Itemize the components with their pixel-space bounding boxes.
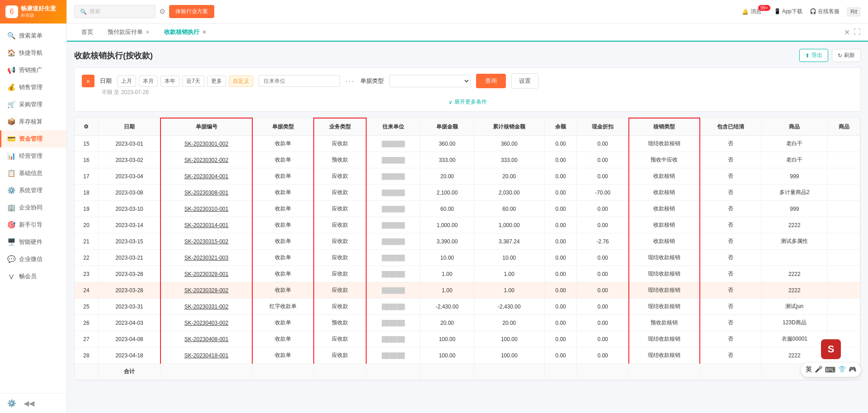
docno-cell[interactable]: SK-20230321-003 — [160, 250, 252, 266]
table-cell: 2222 — [761, 266, 828, 282]
refresh-button[interactable]: ↻ 刷新 — [832, 49, 861, 62]
table-cell: ██████ — [366, 331, 420, 347]
docno-cell[interactable]: SK-20230310-001 — [160, 201, 252, 217]
more-date-btn[interactable]: 更多 — [207, 76, 226, 87]
table-cell: 现结收款核销 — [629, 250, 700, 266]
game-icon[interactable]: 🎮 — [849, 366, 856, 374]
docno-cell[interactable]: SK-20230408-001 — [160, 331, 252, 347]
table-cell: 2,100.00 — [420, 185, 474, 201]
sidebar-item-sales[interactable]: 💰 销售管理 — [0, 79, 66, 96]
sidebar-item-quicknav[interactable]: 🏠 快捷导航 — [0, 44, 66, 62]
tab-close-prepay[interactable]: ✕ — [146, 29, 150, 35]
keyboard-icon[interactable]: ⌨ — [825, 366, 835, 374]
table-cell — [828, 217, 860, 233]
th-settings[interactable]: ⚙ — [75, 118, 98, 136]
tab-close-receipt[interactable]: ✕ — [202, 29, 206, 35]
table-cell: ██████ — [366, 152, 420, 168]
table-cell: 应收款 — [314, 185, 366, 201]
sidebar-item-search[interactable]: 🔍 搜索菜单 — [0, 27, 66, 44]
tab-receipt[interactable]: 收款核销执行 ✕ — [157, 24, 213, 42]
docno-cell[interactable]: SK-20230403-002 — [160, 315, 252, 331]
notification-button[interactable]: 🔔 消息 99+ — [742, 8, 767, 15]
table-cell: 2023-04-08 — [98, 331, 160, 347]
sidebar-item-purchase[interactable]: 🛒 采购管理 — [0, 96, 66, 113]
sidebar-item-system[interactable]: ⚙️ 系统管理 — [0, 182, 66, 199]
shirt-icon[interactable]: 👕 — [838, 366, 846, 374]
docno-cell[interactable]: SK-20230328-002 — [160, 282, 252, 299]
table-total-row: 合计 — [75, 364, 860, 380]
docno-cell[interactable]: SK-20230315-002 — [160, 233, 252, 250]
online-support-link[interactable]: 🎧 在线客服 — [810, 8, 840, 15]
mic-icon[interactable]: 🎤 — [815, 366, 822, 374]
sales-icon: 💰 — [7, 83, 15, 91]
page-actions: ⬆ 导出 ↻ 刷新 — [799, 49, 861, 62]
this-month-btn[interactable]: 本月 — [139, 76, 158, 87]
filter-toggle-button[interactable]: » — [82, 75, 94, 87]
sidebar-item-guide[interactable]: 🎯 新手引导 — [0, 216, 66, 233]
docno-cell[interactable]: SK-20230331-002 — [160, 299, 252, 315]
tab-home[interactable]: 首页 — [74, 24, 100, 42]
table-cell: ██████ — [366, 299, 420, 315]
sidebar-item-wechat[interactable]: 💬 企业微信 — [0, 251, 66, 268]
docno-cell[interactable]: SK-20230301-002 — [160, 136, 252, 152]
sidebar-item-basic[interactable]: 📋 基础信息 — [0, 165, 66, 182]
table-row: 222023-03-21SK-20230321-003收款单应收款██████1… — [75, 250, 860, 266]
table-cell — [828, 282, 860, 299]
this-year-btn[interactable]: 本年 — [160, 76, 179, 87]
sidebar-item-member[interactable]: V 畅会员 — [0, 268, 66, 285]
floating-toolbar: S 英 🎤 ⌨ 👕 🎮 — [801, 339, 861, 377]
table-cell: 应收款 — [314, 136, 366, 152]
industry-solution-button[interactable]: 体验行业方案 — [169, 5, 214, 18]
sidebar-item-marketing[interactable]: 📢 营销推广 — [0, 62, 66, 79]
query-button[interactable]: 查询 — [476, 74, 506, 88]
tab-expand-icon[interactable]: ⛶ — [854, 28, 861, 37]
sidebar-item-finance[interactable]: 💳 资金管理 — [0, 130, 66, 147]
gear-icon[interactable]: ⚙ — [159, 7, 165, 16]
total-cell: 合计 — [98, 364, 160, 380]
guide-icon: 🎯 — [7, 221, 15, 229]
table-cell: -2.76 — [577, 233, 629, 250]
table-cell: 0.00 — [577, 250, 629, 266]
toolbar-icons: 英 🎤 ⌨ 👕 🎮 — [801, 363, 861, 377]
last-month-btn[interactable]: 上月 — [117, 76, 136, 87]
custom-date-btn[interactable]: 自定义 — [229, 76, 253, 87]
sidebar-item-enterprise[interactable]: 🏢 企业协同 — [0, 199, 66, 216]
table-cell: 100.00 — [420, 347, 474, 364]
settings-bottom-icon[interactable]: ⚙️ — [7, 399, 16, 408]
table-cell: 22 — [75, 250, 98, 266]
table-cell: 预收款 — [314, 315, 366, 331]
user-avatar[interactable]: Rit — [847, 7, 861, 17]
table-cell: 333.00 — [474, 152, 544, 168]
tab-prepay[interactable]: 预付款应付单 ✕ — [100, 24, 157, 42]
docno-cell[interactable]: SK-20230302-002 — [160, 152, 252, 168]
tab-close-all-icon[interactable]: ✕ — [844, 28, 850, 37]
docno-cell[interactable]: SK-20230308-001 — [160, 185, 252, 201]
app-download-link[interactable]: 📱 App下载 — [774, 8, 802, 15]
table-cell: 应收款 — [314, 217, 366, 233]
expand-more-button[interactable]: ∨ 展开更多条件 — [82, 96, 853, 106]
sidebar-item-operation[interactable]: 📊 经营管理 — [0, 147, 66, 165]
collapse-icon[interactable]: ◀◀ — [24, 399, 34, 408]
filter-bar: » 日期 上月 本月 本年 近7天 更多 自定义 ··· 单据类型 查询 设置 — [74, 67, 861, 112]
table-cell: 0.00 — [544, 136, 577, 152]
partner-input[interactable] — [259, 75, 340, 87]
sidebar-item-inventory[interactable]: 📦 库存核算 — [0, 113, 66, 130]
docno-cell[interactable]: SK-20230418-001 — [160, 347, 252, 364]
sidebar-item-hardware[interactable]: 🖥️ 智能硬件 — [0, 233, 66, 251]
docno-cell[interactable]: SK-20230314-001 — [160, 217, 252, 233]
data-table-container: ⚙ 日期 单据编号 单据类型 业务类型 往来单位 单据金额 累计核销金额 余额 … — [74, 117, 861, 380]
settings-button[interactable]: 设置 — [511, 73, 538, 89]
docno-cell[interactable]: SK-20230304-001 — [160, 168, 252, 185]
table-cell: 60.00 — [474, 201, 544, 217]
search-icon-top: 🔍 — [80, 9, 87, 15]
doc-type-select[interactable] — [389, 75, 471, 87]
table-cell: 3,387.24 — [474, 233, 544, 250]
total-cell — [252, 364, 314, 380]
export-button[interactable]: ⬆ 导出 — [799, 49, 828, 62]
last-7days-btn[interactable]: 近7天 — [182, 76, 204, 87]
translate-icon[interactable]: 英 — [806, 366, 812, 374]
refresh-icon: ↻ — [838, 52, 842, 59]
docno-cell[interactable]: SK-20230328-001 — [160, 266, 252, 282]
topbar-search-box[interactable]: 🔍 搜索 — [74, 5, 156, 18]
table-cell — [828, 152, 860, 168]
